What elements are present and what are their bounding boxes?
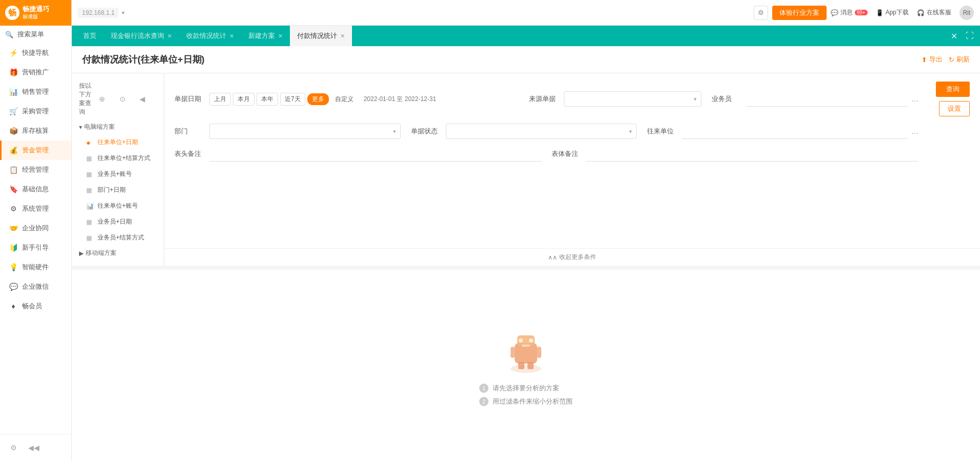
tip-num-1: 1 <box>479 384 488 393</box>
page-area: 付款情况统计(往来单位+日期) ⬆ 导出 ↻ 刷新 按以下方案查询 ⊕ ⊙ <box>72 46 980 461</box>
refresh-btn[interactable]: ↻ 刷新 <box>949 55 970 64</box>
staff-input[interactable] <box>747 91 908 107</box>
sidebar-search[interactable]: 🔍 搜索菜单 <box>0 26 71 43</box>
tab-close-cashflow[interactable]: ✕ <box>167 33 172 39</box>
scheme-item-dept_date[interactable]: ▦部门+日期 <box>72 182 164 198</box>
sidebar-item-system[interactable]: ⚙系统管理 <box>0 199 71 218</box>
date-last-month-btn[interactable]: 上月 <box>209 93 231 106</box>
tab-payment_stats[interactable]: 付款情况统计✕ <box>290 26 352 46</box>
scheme-mobile-label: 移动端方案 <box>86 249 116 257</box>
unit-ellipsis[interactable]: ... <box>912 127 918 136</box>
logo-name: 畅捷通巧 <box>23 5 49 13</box>
app-download-btn[interactable]: 📱 App下载 <box>876 8 909 17</box>
filter-settings-btn[interactable]: 设置 <box>939 101 970 116</box>
nav-icon-enterprise: 🤝 <box>9 224 18 232</box>
scheme-desktop-group[interactable]: ▾ 电脑端方案 <box>72 119 164 134</box>
sidebar-item-inventory[interactable]: 📦库存核算 <box>0 121 71 141</box>
export-btn[interactable]: ⬆ 导出 <box>922 55 943 64</box>
tab-new_scheme[interactable]: 新建方案✕ <box>241 26 290 46</box>
date-custom-btn[interactable]: 自定义 <box>331 93 358 105</box>
scheme-item-staff_date[interactable]: ▦业务员+日期 <box>72 214 164 230</box>
source-select[interactable]: ▾ <box>564 91 701 107</box>
doc-status-select[interactable]: ▾ <box>446 124 637 139</box>
tab-close-payment_stats[interactable]: ✕ <box>340 33 345 39</box>
tab-close-new_scheme[interactable]: ✕ <box>278 33 283 39</box>
topbar-settings-btn[interactable]: ⚙ <box>754 6 768 20</box>
page-header: 付款情况统计(往来单位+日期) ⬆ 导出 ↻ 刷新 <box>72 46 980 73</box>
collapse-more-btn[interactable]: ∧∧ 收起更多条件 <box>164 248 980 266</box>
filter-row-1: 单据日期 上月 本月 本年 近7天 更多 自定义 2022-01-01 至 20… <box>174 82 970 116</box>
page-title: 付款情况统计(往来单位+日期) <box>82 53 205 66</box>
user-avatar[interactable]: Rit <box>959 6 974 20</box>
sidebar-item-vip[interactable]: ♦畅会员 <box>0 296 71 316</box>
nav-icon-basic: 🔖 <box>9 185 18 193</box>
scheme-label-staff_account: 业务员+账号 <box>97 170 132 178</box>
service-icon: 🎧 <box>917 9 925 16</box>
tab-label-receivables: 收款情况统计 <box>186 31 226 41</box>
scheme-add-btn[interactable]: ⊕ <box>99 95 116 103</box>
tab-label-cashflow: 现金银行流水查询 <box>111 31 164 41</box>
tabbar-close-btn[interactable]: ✕ <box>949 30 959 42</box>
sidebar-item-purchase[interactable]: 🛒采购管理 <box>0 102 71 121</box>
sidebar-item-hardware[interactable]: 💡智能硬件 <box>0 257 71 277</box>
svg-rect-8 <box>518 362 524 369</box>
sidebar-item-sales[interactable]: 📊销售管理 <box>0 82 71 102</box>
scheme-mobile-group[interactable]: ▶ 移动端方案 <box>72 246 164 260</box>
date-7days-btn[interactable]: 近7天 <box>280 93 305 106</box>
tab-close-receivables[interactable]: ✕ <box>229 33 234 39</box>
scheme-item-unit_account[interactable]: 📊往来单位+账号 <box>72 198 164 214</box>
scheme-item-unit_settle[interactable]: ▦往来单位+结算方式 <box>72 150 164 166</box>
table-header-input[interactable] <box>209 146 541 162</box>
staff-ellipsis[interactable]: ... <box>912 94 918 104</box>
collapse-label: 收起更多条件 <box>559 253 596 262</box>
app-icon: 📱 <box>876 9 884 16</box>
sidebar-item-fund[interactable]: 💰资金管理 <box>0 141 71 160</box>
scheme-item-unit_date[interactable]: ●往来单位+日期 <box>72 134 164 150</box>
nav-label-basic: 基础信息 <box>22 185 49 194</box>
source-field: 来源单据 ▾ <box>529 91 701 107</box>
scheme-item-staff_account[interactable]: ▦业务员+账号 <box>72 166 164 182</box>
online-service-label: 在线客服 <box>927 8 951 17</box>
sidebar-item-enterprise[interactable]: 🤝企业协同 <box>0 218 71 238</box>
trial-btn[interactable]: 体验行业方案 <box>772 6 827 20</box>
nav-label-enterprise: 企业协同 <box>22 224 49 233</box>
nav-icon-vip: ♦ <box>9 302 18 310</box>
settings-bottom-btn[interactable]: ⚙ <box>5 439 22 456</box>
nav-label-inventory: 库存核算 <box>22 126 49 135</box>
empty-tip-2: 2 用过滤条件来缩小分析范围 <box>479 397 573 406</box>
scheme-collapse-btn[interactable]: ◀ <box>140 95 156 103</box>
messages-btn[interactable]: 💬 消息 99+ <box>831 8 868 17</box>
sidebar-item-basic[interactable]: 🔖基础信息 <box>0 179 71 199</box>
filter-form-container: 单据日期 上月 本月 本年 近7天 更多 自定义 2022-01-01 至 20… <box>164 73 980 266</box>
dept-field: 部门 ▾ <box>174 124 401 139</box>
online-service-btn[interactable]: 🎧 在线客服 <box>917 8 951 17</box>
scheme-label-staff_date: 业务员+日期 <box>97 217 132 226</box>
filter-area: 按以下方案查询 ⊕ ⊙ ◀ ▾ 电脑端方案 ●往来单位+日期▦往来单位+结算方式… <box>72 73 980 266</box>
date-more-btn[interactable]: 更多 <box>307 93 329 105</box>
scheme-icon-unit_settle: ▦ <box>86 155 94 162</box>
table-body-input[interactable] <box>586 146 918 162</box>
date-label: 单据日期 <box>174 94 205 104</box>
collapse-bottom-btn[interactable]: ◀◀ <box>26 439 42 456</box>
sidebar-item-wechat[interactable]: 💬企业微信 <box>0 277 71 296</box>
scheme-item-staff_settle[interactable]: ▦业务员+结算方式 <box>72 230 164 246</box>
sidebar-item-marketing[interactable]: 🎁营销推广 <box>0 63 71 82</box>
table-header-label: 表头备注 <box>174 149 205 158</box>
unit-input[interactable] <box>682 124 907 139</box>
unit-field: 往来单位 ... <box>647 124 918 139</box>
sidebar-item-operations[interactable]: 📋经营管理 <box>0 160 71 179</box>
tab-receivables[interactable]: 收款情况统计✕ <box>179 26 241 46</box>
tab-home[interactable]: 首页 <box>76 26 104 46</box>
sidebar-item-quicknav[interactable]: ⚡快捷导航 <box>0 43 71 63</box>
nav-label-marketing: 营销推广 <box>22 68 49 77</box>
scheme-setting-btn[interactable]: ⊙ <box>120 95 136 103</box>
query-btn[interactable]: 查询 <box>936 82 970 97</box>
tab-cashflow[interactable]: 现金银行流水查询✕ <box>104 26 179 46</box>
doc-status-field: 单据状态 ▾ <box>411 124 637 139</box>
date-this-month-btn[interactable]: 本月 <box>233 93 254 106</box>
scheme-icon-staff_account: ▦ <box>86 171 94 178</box>
dept-select[interactable]: ▾ <box>209 124 401 139</box>
date-this-year-btn[interactable]: 本年 <box>257 93 278 106</box>
sidebar-item-guide[interactable]: 🔰新手引导 <box>0 238 71 257</box>
tabbar-expand-btn[interactable]: ⛶ <box>964 30 976 42</box>
